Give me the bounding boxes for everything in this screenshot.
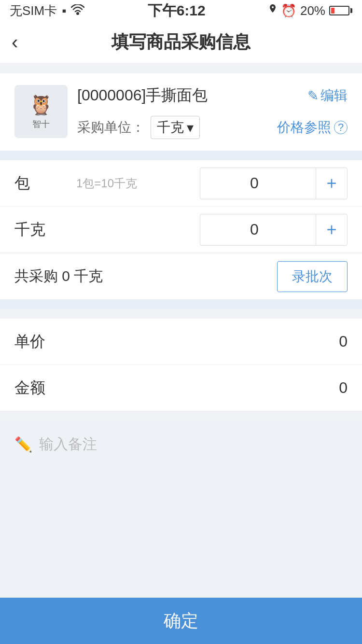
price-ref-button[interactable]: 价格参照 ? <box>277 118 348 137</box>
product-info: [0000006]手撕面包 ✎ 编辑 采购单位： 千克 ▾ 价格参照 ? <box>77 85 348 139</box>
nav-bar: ‹ 填写商品采购信息 <box>0 21 362 64</box>
bao-input-row: 包 1包=10千克 + <box>0 160 362 207</box>
signal-icon: ▪ <box>62 3 66 18</box>
amount-row: 金额 0 <box>0 365 362 411</box>
battery-icon <box>329 6 352 15</box>
product-thumbnail: 🦉 智十 <box>29 94 53 130</box>
edit-button[interactable]: ✎ 编辑 <box>307 86 348 105</box>
summary-text: 共采购 0 千克 <box>14 266 103 286</box>
status-right: ⏰ 20% <box>268 3 352 18</box>
bao-plus-button[interactable]: + <box>316 168 348 199</box>
product-card: 🦉 智十 [0000006]手撕面包 ✎ 编辑 采购单位： 千克 ▾ 价格参照 … <box>0 73 362 151</box>
unit-price-value: 0 <box>339 333 348 350</box>
alarm-icon: ⏰ <box>281 3 296 18</box>
batch-button[interactable]: 录批次 <box>277 261 348 292</box>
product-name-row: [0000006]手撕面包 ✎ 编辑 <box>77 85 348 106</box>
product-image: 🦉 智十 <box>14 85 68 138</box>
summary-amount: 0 <box>62 268 70 284</box>
kg-plus-button[interactable]: + <box>316 214 348 246</box>
carrier-label: 无SIM卡 <box>10 2 57 19</box>
location-icon <box>268 3 277 18</box>
wifi-icon <box>71 3 84 18</box>
input-section: 包 1包=10千克 + 千克 + 共采购 0 千克 录批次 <box>0 160 362 299</box>
price-ref-label: 价格参照 <box>277 118 331 137</box>
unit-dropdown[interactable]: 千克 ▾ <box>151 116 200 139</box>
back-button[interactable]: ‹ <box>12 31 18 53</box>
price-ref-help-icon: ? <box>334 121 348 134</box>
amount-label: 金额 <box>14 378 45 399</box>
note-placeholder: 输入备注 <box>39 434 97 454</box>
battery-percent: 20% <box>300 3 325 18</box>
bao-label: 包 <box>14 173 72 194</box>
price-section: 单价 0 金额 0 <box>0 319 362 411</box>
page-title: 填写商品采购信息 <box>111 30 251 54</box>
bao-sublabel: 1包=10千克 <box>76 176 200 191</box>
brand-logo-icon: 🦉 <box>29 94 53 116</box>
kg-input-wrap: + <box>200 214 348 246</box>
status-time: 下午6:12 <box>148 1 206 21</box>
divider-2 <box>0 299 362 309</box>
summary-unit: 千克 <box>74 268 103 284</box>
unit-selector-wrap: 采购单位： 千克 ▾ <box>77 116 200 139</box>
confirm-label: 确定 <box>164 609 198 633</box>
purchase-unit-row: 采购单位： 千克 ▾ 价格参照 ? <box>77 116 348 139</box>
kg-label: 千克 <box>14 219 72 240</box>
kg-input-row: 千克 + <box>0 207 362 253</box>
status-bar: 无SIM卡 ▪ 下午6:12 ⏰ 20% <box>0 0 362 21</box>
bao-input-wrap: + <box>200 168 348 199</box>
unit-value: 千克 <box>157 118 184 137</box>
unit-price-label: 单价 <box>14 331 45 352</box>
product-full-name: [0000006]手撕面包 <box>77 85 208 106</box>
bao-input[interactable] <box>200 168 316 199</box>
summary-label: 共采购 <box>14 268 58 284</box>
confirm-button[interactable]: 确定 <box>0 598 362 644</box>
status-left: 无SIM卡 ▪ <box>10 2 84 19</box>
edit-icon: ✎ <box>307 88 319 104</box>
brand-text: 智十 <box>32 118 50 130</box>
note-section[interactable]: ✏️ 输入备注 <box>0 421 362 468</box>
purchase-unit-label: 采购单位： <box>77 118 145 137</box>
divider-1 <box>0 151 362 160</box>
kg-input[interactable] <box>200 214 316 246</box>
pencil-icon: ✏️ <box>14 436 32 453</box>
amount-value: 0 <box>339 379 348 397</box>
dropdown-arrow: ▾ <box>187 120 194 136</box>
unit-price-row: 单价 0 <box>0 319 362 365</box>
summary-row: 共采购 0 千克 录批次 <box>0 253 362 299</box>
